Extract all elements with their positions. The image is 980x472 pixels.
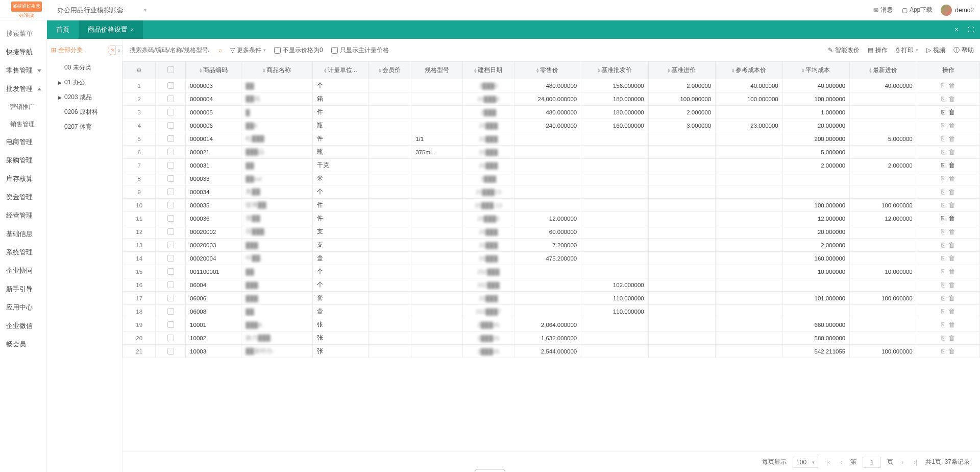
row-checkbox[interactable]: [156, 292, 186, 305]
col-unit[interactable]: ▴▾计量单位...: [313, 62, 369, 79]
row-checkbox[interactable]: [156, 212, 186, 225]
category-item[interactable]: ▶01 办公: [51, 75, 118, 90]
row-checkbox[interactable]: [156, 146, 186, 159]
table-row[interactable]: 5 0000014 杜███ 件 1/1 20███ 200.000000 5.…: [123, 132, 980, 146]
search-input[interactable]: [129, 44, 210, 56]
table-row[interactable]: 18 06008 ██ 盒 202███7 110.000000 ⎘🗑: [123, 305, 980, 318]
org-name[interactable]: 办公用品行业模拟账套: [57, 6, 124, 15]
print-button[interactable]: ⎙ 打印 ▾: [896, 46, 918, 55]
copy-icon[interactable]: ⎘: [941, 82, 945, 89]
row-checkbox[interactable]: [156, 199, 186, 212]
copy-icon[interactable]: ⎘: [941, 135, 945, 143]
table-row[interactable]: 19 10001 ███A . 张 2███05 2,064.000000 66…: [123, 318, 980, 332]
delete-icon[interactable]: 🗑: [948, 108, 955, 116]
more-filter-button[interactable]: ▽ 更多条件 ▾: [230, 46, 266, 55]
col-latest[interactable]: ▴▾最新进价: [850, 62, 917, 79]
user-menu[interactable]: demo2: [933, 5, 974, 16]
nav-member[interactable]: 畅会员: [0, 335, 46, 353]
table-row[interactable]: 6 000021 ███品 瓶 375mL 20███ 5.000000 ⎘🗑: [123, 146, 980, 159]
nav-retail[interactable]: 零售管理: [0, 61, 46, 80]
nav-enterprise[interactable]: 企业协同: [0, 262, 46, 280]
delete-icon[interactable]: 🗑: [948, 201, 955, 209]
row-checkbox[interactable]: [156, 132, 186, 146]
copy-icon[interactable]: ⎘: [941, 321, 945, 328]
nav-sub-marketing[interactable]: 营销推广: [0, 98, 46, 115]
delete-icon[interactable]: 🗑: [948, 268, 955, 275]
copy-icon[interactable]: ⎘: [941, 281, 945, 289]
table-row[interactable]: 13 00020003 ███ . 支 20███ 7.200000 2.000…: [123, 239, 980, 252]
nav-purchase[interactable]: 采购管理: [0, 151, 46, 170]
nav-system[interactable]: 系统管理: [0, 243, 46, 262]
col-refcost[interactable]: ▴▾参考成本价: [716, 62, 783, 79]
copy-icon[interactable]: ⎘: [941, 108, 945, 116]
copy-icon[interactable]: ⎘: [941, 122, 945, 129]
nav-appcenter[interactable]: 应用中心: [0, 298, 46, 317]
row-checkbox[interactable]: [156, 265, 186, 278]
row-checkbox[interactable]: [156, 225, 186, 239]
table-row[interactable]: 12 00020002 得███ . 支 20███ 60.000000 20.…: [123, 225, 980, 239]
row-checkbox[interactable]: [156, 318, 186, 332]
delete-icon[interactable]: 🗑: [948, 281, 955, 289]
operate-button[interactable]: ▤ 操作: [868, 46, 888, 55]
table-row[interactable]: 15 001100001 ██ 个 202███ 10.000000 10.00…: [123, 265, 980, 278]
row-checkbox[interactable]: [156, 278, 186, 292]
row-checkbox[interactable]: [156, 305, 186, 318]
pager-prev[interactable]: ‹: [838, 459, 844, 466]
delete-icon[interactable]: 🗑: [948, 82, 955, 89]
table-row[interactable]: 16 06004 ███ . 个 202███ 102.000000 ⎘🗑: [123, 278, 980, 292]
table-row[interactable]: 4 0000006 ██K 瓶 20███ 240.000000 160.000…: [123, 119, 980, 132]
hide-zero-checkbox[interactable]: 不显示价格为0: [274, 46, 323, 55]
show-main-checkbox[interactable]: 只显示主计量价格: [331, 46, 389, 55]
copy-icon[interactable]: ⎘: [941, 175, 945, 182]
copy-icon[interactable]: ⎘: [941, 308, 945, 315]
row-checkbox[interactable]: [156, 332, 186, 345]
category-item[interactable]: 0207 体育: [51, 120, 118, 134]
search-icon[interactable]: ⌕: [218, 46, 222, 54]
row-checkbox[interactable]: [156, 119, 186, 132]
table-row[interactable]: 21 10003 ██新特办. 张 2███05 2,544.000000 54…: [123, 345, 980, 358]
delete-icon[interactable]: 🗑: [948, 241, 955, 249]
row-checkbox[interactable]: [156, 172, 186, 185]
col-code[interactable]: ▴▾商品编码: [186, 62, 241, 79]
delete-icon[interactable]: 🗑: [948, 188, 955, 196]
smart-edit-button[interactable]: ✎ 智能改价: [828, 46, 860, 55]
copy-icon[interactable]: ⎘: [941, 95, 945, 103]
copy-icon[interactable]: ⎘: [941, 228, 945, 235]
tab-price-setting[interactable]: 商品价格设置 ×: [79, 20, 143, 39]
table-row[interactable]: 8 000033 ██est 米 2███ ⎘🗑: [123, 172, 980, 185]
fullscreen-icon[interactable]: ⛶: [966, 26, 976, 33]
page-size-select[interactable]: 100 ▾: [793, 457, 818, 468]
tab-home[interactable]: 首页: [47, 20, 79, 39]
copy-icon[interactable]: ⎘: [941, 215, 945, 222]
delete-icon[interactable]: 🗑: [948, 347, 955, 355]
row-checkbox[interactable]: [156, 345, 186, 358]
row-checkbox[interactable]: [156, 252, 186, 265]
category-item[interactable]: 00 未分类: [51, 60, 118, 75]
row-checkbox[interactable]: [156, 79, 186, 92]
copy-icon[interactable]: ⎘: [941, 188, 945, 196]
nav-ecommerce[interactable]: 电商管理: [0, 133, 46, 151]
nav-wholesale[interactable]: 批发管理: [0, 80, 46, 98]
pager-last[interactable]: ›|: [912, 459, 919, 466]
nav-inventory[interactable]: 库存核算: [0, 170, 46, 188]
delete-icon[interactable]: 🗑: [948, 148, 955, 156]
nav-guide[interactable]: 新手引导: [0, 280, 46, 298]
nav-sub-sales[interactable]: 销售管理: [0, 115, 46, 133]
row-checkbox[interactable]: [156, 92, 186, 106]
col-retail[interactable]: ▴▾零售价: [514, 62, 581, 79]
delete-icon[interactable]: 🗑: [948, 228, 955, 235]
category-item[interactable]: 0206 原材料: [51, 105, 118, 120]
delete-icon[interactable]: 🗑: [948, 175, 955, 182]
video-button[interactable]: ▷ 视频: [926, 46, 945, 55]
table-row[interactable]: 10 000035 玻璃██ 件 20███-13 100.000000 100…: [123, 199, 980, 212]
row-checkbox[interactable]: [156, 239, 186, 252]
copy-icon[interactable]: ⎘: [941, 334, 945, 342]
copy-icon[interactable]: ⎘: [941, 294, 945, 302]
app-download-button[interactable]: ▢ App下载: [902, 6, 933, 14]
delete-icon[interactable]: 🗑: [948, 122, 955, 129]
copy-icon[interactable]: ⎘: [941, 201, 945, 209]
delete-icon[interactable]: 🗑: [948, 308, 955, 315]
col-wholesale[interactable]: ▴▾基准批发价: [581, 62, 649, 79]
table-row[interactable]: 3 0000005 █ 件 2███ 480.000000 180.000000…: [123, 106, 980, 119]
pager-next[interactable]: ›: [899, 459, 905, 466]
